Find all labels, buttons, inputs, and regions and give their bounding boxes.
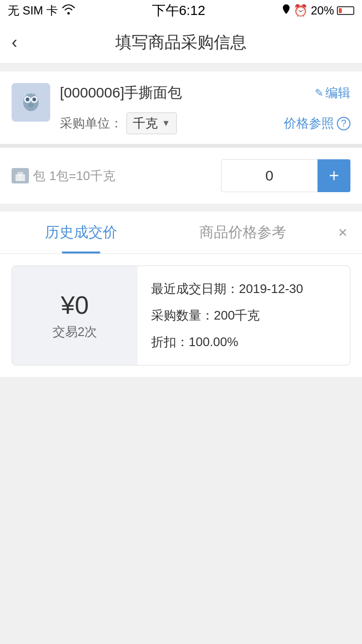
page-title: 填写商品采购信息 xyxy=(115,31,247,54)
history-date-row: 最近成交日期：2019-12-30 xyxy=(151,280,336,298)
history-price: ¥0 xyxy=(61,291,89,320)
tab-history-price[interactable]: 历史成交价 xyxy=(0,211,162,253)
status-left: 无 SIM 卡 xyxy=(8,3,75,18)
price-ref-label: 价格参照 xyxy=(284,115,334,132)
history-content: ¥0 交易2次 最近成交日期：2019-12-30 采购数量：200千克 折扣：… xyxy=(0,254,362,377)
product-thumbnail xyxy=(12,83,50,122)
history-card: ¥0 交易2次 最近成交日期：2019-12-30 采购数量：200千克 折扣：… xyxy=(12,266,350,365)
product-card: [0000006]手撕面包 ✎ 编辑 采购单位： 千克 ▼ 价格参照 ? xyxy=(0,71,362,144)
close-icon: × xyxy=(338,224,348,241)
unit-chevron-icon: ▼ xyxy=(162,118,170,128)
history-discount-value: 100.00% xyxy=(189,335,238,349)
location-icon xyxy=(282,4,291,17)
nav-bar: ‹ 填写商品采购信息 xyxy=(0,21,362,64)
history-quantity-row: 采购数量：200千克 xyxy=(151,306,336,325)
product-info: [0000006]手撕面包 ✎ 编辑 采购单位： 千克 ▼ 价格参照 ? xyxy=(60,83,350,134)
history-discount-row: 折扣：100.00% xyxy=(151,333,336,351)
quantity-row: 包 1包=10千克 + xyxy=(0,148,362,204)
history-quantity-label: 采购数量： xyxy=(151,308,214,322)
history-trade-count: 交易2次 xyxy=(53,323,97,340)
pack-label: 包 xyxy=(33,168,45,184)
edit-label: 编辑 xyxy=(325,84,350,101)
unit-value: 千克 xyxy=(133,115,158,132)
status-bar: 无 SIM 卡 下午6:12 ⏰ 20% xyxy=(0,0,362,21)
plus-icon: + xyxy=(329,166,339,186)
product-thumb-icon xyxy=(18,88,43,117)
carrier-text: 无 SIM 卡 xyxy=(8,3,58,18)
price-ref-button[interactable]: 价格参照 ? xyxy=(284,115,350,132)
pack-conversion: 1包=10千克 xyxy=(49,168,115,184)
tabs-panel: 历史成交价 商品价格参考 × ¥0 交易2次 最近成交日期：2019-12-30… xyxy=(0,211,362,377)
quantity-input[interactable] xyxy=(221,159,318,192)
page-background xyxy=(0,377,362,644)
edit-icon: ✎ xyxy=(315,87,323,99)
product-header: [0000006]手撕面包 ✎ 编辑 采购单位： 千克 ▼ 价格参照 ? xyxy=(12,83,350,134)
product-name-row: [0000006]手撕面包 ✎ 编辑 xyxy=(60,83,350,103)
svg-point-4 xyxy=(32,98,36,101)
history-left-panel: ¥0 交易2次 xyxy=(12,266,138,365)
tabs-header: 历史成交价 商品价格参考 × xyxy=(0,211,362,254)
history-price-value: 0 xyxy=(75,291,89,319)
history-price-symbol: ¥ xyxy=(61,291,75,319)
product-name: [0000006]手撕面包 xyxy=(60,83,182,103)
svg-point-3 xyxy=(26,98,29,101)
quantity-plus-button[interactable]: + xyxy=(318,159,350,192)
unit-pack: 包 1包=10千克 xyxy=(12,168,115,184)
tab-product-label: 商品价格参考 xyxy=(199,223,286,242)
price-ref-help-icon: ? xyxy=(337,117,350,130)
wifi-icon xyxy=(62,4,75,17)
tab-product-price[interactable]: 商品价格参考 xyxy=(162,211,323,253)
unit-select[interactable]: 千克 ▼ xyxy=(126,112,177,134)
history-date-label: 最近成交日期： xyxy=(151,281,239,296)
alarm-icon: ⏰ xyxy=(293,4,308,17)
svg-point-5 xyxy=(28,103,34,107)
product-unit-row: 采购单位： 千克 ▼ 价格参照 ? xyxy=(60,112,350,134)
unit-label: 采购单位： xyxy=(60,115,123,132)
battery-icon xyxy=(337,6,354,15)
history-discount-label: 折扣： xyxy=(151,335,189,349)
battery-percentage: 20% xyxy=(311,4,334,17)
history-right-panel: 最近成交日期：2019-12-30 采购数量：200千克 折扣：100.00% xyxy=(138,266,350,365)
history-quantity-value: 200千克 xyxy=(214,308,260,322)
tab-close-button[interactable]: × xyxy=(323,211,362,253)
tab-history-label: 历史成交价 xyxy=(45,223,117,242)
divider xyxy=(0,144,362,148)
quantity-input-wrapper: + xyxy=(125,159,350,192)
svg-point-0 xyxy=(23,94,39,111)
back-button[interactable]: ‹ xyxy=(12,28,23,56)
edit-button[interactable]: ✎ 编辑 xyxy=(315,84,350,101)
status-right: ⏰ 20% xyxy=(282,4,354,17)
history-date-value: 2019-12-30 xyxy=(239,281,303,296)
status-time: 下午6:12 xyxy=(152,1,206,20)
pack-icon xyxy=(12,168,29,183)
